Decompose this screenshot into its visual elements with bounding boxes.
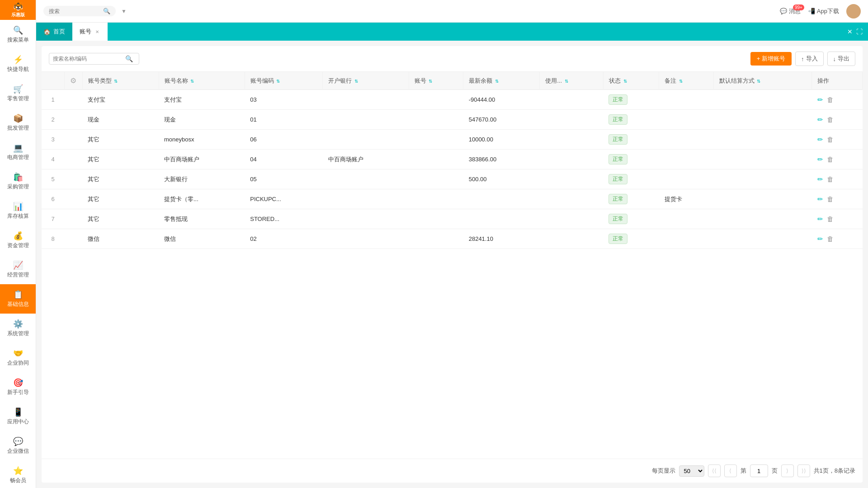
cell-status: 正常 [603, 90, 659, 110]
sidebar-item-search[interactable]: 🔍 搜索菜单 [0, 20, 36, 49]
page-number-input[interactable] [750, 465, 768, 477]
delete-button[interactable]: 🗑 [827, 215, 834, 223]
cell-settlement [713, 209, 812, 229]
import-button[interactable]: ↑ 导入 [795, 52, 824, 66]
table-body: 1 支付宝 支付宝 03 -90444.00 正常 ✏ 🗑 2 现金 [42, 90, 863, 249]
delete-button[interactable]: 🗑 [827, 116, 834, 124]
col-bank-label: 开户银行 [328, 77, 352, 84]
sidebar-item-finance[interactable]: 💰 资金管理 [0, 225, 36, 255]
edit-button[interactable]: ✏ [817, 235, 823, 243]
sidebar-item-vip[interactable]: ⭐ 畅会员 [0, 460, 36, 488]
page-first-button[interactable]: ⟨⟨ [708, 465, 721, 477]
sidebar-item-operations[interactable]: 📈 经营管理 [0, 255, 36, 284]
col-settlement[interactable]: 默认结算方式 ⇅ [713, 72, 812, 90]
cell-settings [64, 209, 82, 229]
col-settings[interactable]: ⚙ [64, 72, 82, 90]
col-status[interactable]: 状态 ⇅ [603, 72, 659, 90]
cell-actions: ✏ 🗑 [812, 189, 863, 209]
status-badge: 正常 [609, 154, 627, 164]
col-balance[interactable]: 最新余额 ⇅ [463, 72, 540, 90]
col-bank[interactable]: 开户银行 ⇅ [323, 72, 409, 90]
cell-account [409, 90, 463, 110]
sidebar-item-basic-info[interactable]: 📋 基础信息 [0, 284, 36, 314]
tab-close-icon[interactable]: ✕ [94, 28, 100, 35]
cell-settlement [713, 90, 812, 110]
tab-close-all-icon[interactable]: ✕ [847, 28, 853, 35]
sidebar-item-system[interactable]: ⚙️ 系统管理 [0, 314, 36, 343]
edit-button[interactable]: ✏ [817, 195, 823, 203]
cell-settings [64, 110, 82, 130]
cell-actions: ✏ 🗑 [812, 150, 863, 169]
tab-accounts[interactable]: 账号 ✕ [72, 23, 108, 41]
col-account[interactable]: 账号 ⇅ [409, 72, 463, 90]
sidebar-item-retail[interactable]: 🛒 零售管理 [0, 79, 36, 108]
sort-type-icon: ⇅ [114, 79, 118, 84]
sidebar-item-quick-nav[interactable]: ⚡ 快捷导航 [0, 49, 36, 79]
top-search-input[interactable] [49, 8, 103, 14]
sidebar-item-label: 零售管理 [7, 95, 29, 103]
retail-icon: 🛒 [13, 84, 23, 94]
edit-button[interactable]: ✏ [817, 215, 823, 223]
toolbar: 🔍 + 新增账号 ↑ 导入 ↓ 导出 [42, 46, 863, 72]
sidebar-item-cooperation[interactable]: 🤝 企业协同 [0, 343, 36, 372]
top-search-box[interactable]: 🔍 [43, 6, 116, 16]
sidebar-item-enterprise-wx[interactable]: 💬 企业微信 [0, 431, 36, 460]
col-remark-label: 备注 [665, 77, 676, 84]
edit-button[interactable]: ✏ [817, 96, 823, 104]
sidebar-item-app-center[interactable]: 📱 应用中心 [0, 402, 36, 431]
search-wrap[interactable]: 🔍 [49, 53, 139, 65]
delete-button[interactable]: 🗑 [827, 235, 834, 243]
delete-button[interactable]: 🗑 [827, 96, 834, 104]
import-label: 导入 [806, 55, 818, 63]
delete-button[interactable]: 🗑 [827, 175, 834, 183]
cell-index: 5 [42, 169, 64, 189]
column-settings-icon[interactable]: ⚙ [70, 77, 76, 84]
col-remark[interactable]: 备注 ⇅ [659, 72, 714, 90]
page-last-button[interactable]: ⟩⟩ [797, 465, 810, 477]
col-usage[interactable]: 使用... ⇅ [540, 72, 604, 90]
sidebar-item-purchase[interactable]: 🛍️ 采购管理 [0, 167, 36, 196]
cell-bank [323, 209, 409, 229]
enterprise-wx-icon: 💬 [13, 436, 23, 446]
cell-status: 正常 [603, 110, 659, 130]
sort-remark-icon: ⇅ [679, 79, 683, 84]
cell-name: 支付宝 [159, 90, 245, 110]
tab-expand-icon[interactable]: ⛶ [856, 28, 863, 35]
col-code[interactable]: 账号编码 ⇅ [245, 72, 323, 90]
col-type[interactable]: 账号类型 ⇅ [82, 72, 159, 90]
tab-home[interactable]: 🏠 首页 [36, 23, 72, 41]
cell-index: 1 [42, 90, 64, 110]
edit-button[interactable]: ✏ [817, 116, 823, 124]
add-account-button[interactable]: + 新增账号 [750, 52, 792, 66]
sidebar-item-wholesale[interactable]: 📦 批发管理 [0, 108, 36, 137]
cell-status: 正常 [603, 189, 659, 209]
page-size-select[interactable]: 50 100 200 [679, 465, 704, 477]
cell-index: 6 [42, 189, 64, 209]
message-button[interactable]: 💬 消息 99+ [780, 7, 801, 15]
cell-code: 06 [245, 130, 323, 150]
export-button[interactable]: ↓ 导出 [827, 52, 856, 66]
cell-remark [659, 169, 714, 189]
page-prev-button[interactable]: ⟨ [724, 465, 737, 477]
delete-button[interactable]: 🗑 [827, 136, 834, 144]
sidebar-item-label: 企业微信 [7, 447, 29, 455]
app-subtitle: 乐惠版 [11, 12, 25, 18]
sidebar-item-inventory[interactable]: 📊 库存核算 [0, 196, 36, 225]
page-next-button[interactable]: ⟩ [781, 465, 794, 477]
edit-button[interactable]: ✏ [817, 175, 823, 183]
toolbar-buttons: + 新增账号 ↑ 导入 ↓ 导出 [750, 52, 855, 66]
col-name[interactable]: 账号名称 ⇅ [159, 72, 245, 90]
sidebar-item-guide[interactable]: 🎯 新手引导 [0, 372, 36, 402]
search-input[interactable] [53, 56, 125, 62]
content-area: 🔍 + 新增账号 ↑ 导入 ↓ 导出 [36, 41, 868, 488]
delete-button[interactable]: 🗑 [827, 155, 834, 164]
avatar[interactable] [846, 4, 861, 19]
cell-usage [540, 209, 604, 229]
edit-button[interactable]: ✏ [817, 136, 823, 144]
dropdown-arrow[interactable]: ▼ [121, 8, 127, 14]
app-download-button[interactable]: 📲 App下载 [808, 7, 839, 15]
page-label: 第 [741, 467, 746, 475]
sidebar-item-ecommerce[interactable]: 💻 电商管理 [0, 137, 36, 167]
delete-button[interactable]: 🗑 [827, 195, 834, 203]
edit-button[interactable]: ✏ [817, 155, 823, 164]
